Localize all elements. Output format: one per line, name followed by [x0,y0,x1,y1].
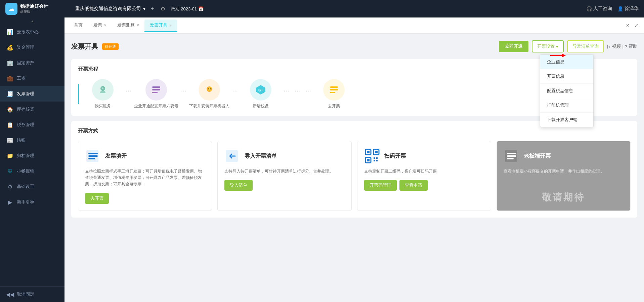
archive-icon: 📁 [7,152,13,159]
period-label: 账期 [171,6,179,12]
tab-close-button[interactable]: × [625,21,631,30]
help-label[interactable]: 帮助 [629,43,637,49]
svg-rect-6 [152,92,158,93]
dropdown-item-download-client[interactable]: 下载开票客户端 [540,113,593,127]
buy-icon: + [92,79,114,101]
page-header: 发票开具 待开通 立即开通 开票设置 ▾ 异常清单查询 ▷ 视频 | [71,40,637,52]
sidebar-item-fixed-assets[interactable]: 🏢 固定资产 [0,55,65,71]
methods-title: 开票方式 [78,128,631,134]
method-import: 导入开票清单 支持导入待开票清单，可对待开票清单进行拆分、合并处理。 导入清单 [217,141,351,211]
play-icon: ▷ [607,44,611,49]
buy-label: 购买服务 [95,103,111,109]
dropdown-item-tax-disk[interactable]: 配置税盘信息 [540,84,593,98]
sidebar-item-archive[interactable]: 📁 归档管理 [0,148,65,163]
sidebar-label-fixed-assets: 固定资产 [17,60,34,66]
tab-issue-close[interactable]: × [169,23,172,28]
tab-issue[interactable]: 发票开具 × [144,20,177,32]
go-invoice-icon [323,79,345,101]
scan-manage-button[interactable]: 开票码管理 [364,180,397,191]
methods-grid: 发票填开 支持按照发票样式手工填开发票；可开具增值税电子普通发票、增值税普通发票… [78,141,631,211]
process-step-download: 😊 下载并安装开票机器人 [189,79,229,109]
sidebar-item-cloud-report[interactable]: 📊 云报表中心 [0,24,65,40]
company-dropdown-icon: ▾ [143,6,145,11]
tab-invoice-close[interactable]: × [104,23,106,28]
user-profile[interactable]: 👤 徐泽华 [617,6,639,12]
sidebar-item-inventory[interactable]: 🏠 库存核算 [0,102,65,117]
sidebar-item-tax[interactable]: 📋 税务管理 [0,117,65,133]
import-title: 导入开票清单 [245,153,277,160]
scan-title: 扫码开票 [384,153,406,160]
svg-rect-4 [152,86,160,88]
exception-button[interactable]: 异常清单查询 [567,40,604,52]
support-button[interactable]: 🎧 人工咨询 [586,6,612,12]
arrow-5: ··· [295,87,300,95]
logo-icon: ☁ [5,3,17,15]
sidebar-label-salary: 工资 [17,75,26,81]
unpin-icon: ◀◀ [7,291,13,298]
svg-rect-26 [376,157,378,159]
scan-apply-button[interactable]: 查看申请 [399,180,428,191]
sidebar-label-fund: 资金管理 [17,44,34,50]
svg-rect-17 [88,158,95,159]
sidebar-item-fund[interactable]: 💰 资金管理 [0,40,65,55]
top-bar-middle: 重庆畅捷交通信息咨询有限公司 ▾ + ⚙ 账期 2023-01 📅 [70,4,586,13]
sidebar-item-salary[interactable]: 💼 工资 [0,71,65,86]
sidebar-item-settings[interactable]: ⚙ 基础设置 [0,179,65,194]
fill-desc: 支持按照发票样式手工填开发票；可开具增值税电子普通发票、增值税普通发票、增值税专… [85,168,205,188]
settings-icon-button[interactable]: ⚙ [159,4,167,13]
dropdown-item-printer[interactable]: 打印机管理 [540,98,593,113]
settings-dropdown-button[interactable]: 开票设置 ▾ [532,40,564,52]
sidebar-label-guide: 新手引导 [17,199,34,205]
invoice-icon: 🧾 [7,90,13,97]
svg-rect-27 [374,160,375,161]
top-right: 🎧 人工咨询 👤 徐泽华 [586,6,639,12]
fill-title: 发票填开 [105,153,127,160]
sidebar-bottom: ◀◀ 取消固定 [0,286,65,302]
period-value: 2023-01 [181,6,197,11]
fund-icon: 💰 [7,44,13,51]
go-invoice-label: 去开票 [328,103,340,109]
company-selector[interactable]: 重庆畅捷交通信息咨询有限公司 ▾ [75,6,145,12]
method-boss-header: 老板端开票 [504,148,624,164]
sidebar-item-settle[interactable]: 📰 结账 [0,133,65,148]
method-scan-header: 扫码开票 [364,148,484,164]
svg-rect-5 [152,89,160,90]
sidebar: ▲ 📊 云报表中心 💰 资金管理 🏢 固定资产 💼 工资 🧾 发票管理 [0,17,65,302]
sidebar-label-cloud-report: 云报表中心 [17,29,39,35]
cloud-report-icon: 📊 [7,29,13,35]
dropdown-item-invoice-info[interactable]: 开票信息 [540,69,593,84]
content-area: 首页 发票 × 发票测算 × 发票开具 × × ⤢ [65,17,644,302]
sidebar-item-unpin[interactable]: ◀◀ 取消固定 [0,287,65,302]
svg-rect-22 [367,151,370,153]
tab-expand-button[interactable]: ⤢ [633,22,640,30]
import-desc: 支持导入待开票清单，可对待开票清单进行拆分、合并处理。 [224,168,344,175]
video-label[interactable]: 视频 [612,43,621,49]
activate-button[interactable]: 立即开通 [499,41,528,52]
process-step-go-invoice: 去开票 [314,79,354,109]
svg-text:+: + [102,86,104,90]
import-button[interactable]: 导入清单 [224,180,253,191]
arrow-2: ··· [181,87,187,95]
tab-estimate-close[interactable]: × [137,23,139,28]
settings-dropdown-label: 开票设置 [537,43,555,49]
sidebar-label-tax: 税务管理 [17,122,34,128]
fill-actions: 去开票 [85,193,205,204]
add-button[interactable]: + [149,4,155,13]
fill-go-button[interactable]: 去开票 [85,193,109,204]
red-arrow-indicator [550,52,567,60]
tab-invoice[interactable]: 发票 × [88,20,112,32]
sidebar-item-xiaochang[interactable]: © 小畅报销 [0,163,65,179]
tab-estimate[interactable]: 发票测算 × [112,20,144,32]
boss-overlay: 敬请期待 [497,191,630,204]
tab-home[interactable]: 首页 [69,20,88,32]
sidebar-item-guide[interactable]: ▶ 新手引导 [0,194,65,210]
sidebar-item-invoice[interactable]: 🧾 发票管理 [0,86,65,102]
svg-rect-32 [507,158,514,159]
boss-icon [504,148,520,164]
arrow-3: ··· [232,87,238,95]
logo-title: 畅捷通好会计 [20,3,48,9]
svg-text:税+: 税+ [258,88,263,92]
logo-text: 畅捷通好会计 旗舰版 [20,3,48,14]
company-name: 重庆畅捷交通信息咨询有限公司 [75,6,141,12]
sidebar-scroll-up[interactable]: ▲ [0,17,65,24]
